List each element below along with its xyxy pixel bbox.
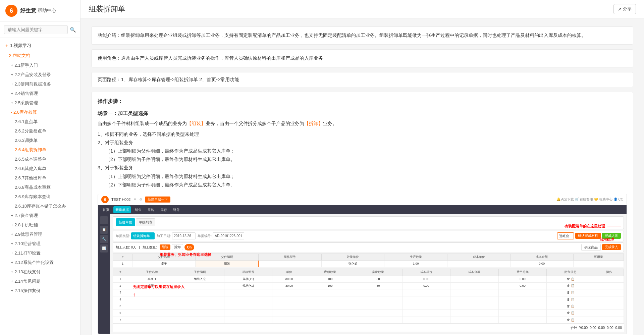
steps-title: 操作步骤： — [98, 97, 627, 106]
nav-tree: + 1.视频学习 - 2.帮助文档 + 2.1新手入门 + 2.2产品安装及登录… — [0, 38, 80, 335]
mock-nav-current: 新建单据 — [113, 206, 131, 213]
mock-nav-sales: 销售 — [133, 206, 144, 213]
mock-tab-new: 新建单据 — [116, 218, 135, 226]
steps-block: 操作步骤： 场景一：加工类型选择 当由多个子件材料组装成一个成品的业务为【组装】… — [91, 92, 633, 335]
content-area: 功能介绍：组装拆卸单用来处理企业组装或拆卸等加工业务，支持有固定装配清单的产品加… — [80, 18, 644, 335]
sidebar-item-24[interactable]: + 2.4销售管理 — [0, 89, 80, 98]
sidebar-item-video[interactable]: + 1.视频学习 — [0, 41, 80, 51]
sidebar-item-269[interactable]: 2.6.9库存账本查询 — [0, 192, 80, 202]
highlight-assemble: 【组装】 — [187, 121, 206, 126]
step3-sub1: （1）上部明细为父件明细，最终作为原材料生成其它出库单； — [106, 172, 627, 181]
mock-new-btn[interactable]: 新建单据一下 — [145, 197, 170, 203]
sidebar-item-27[interactable]: + 2.7资金管理 — [0, 211, 80, 220]
logo-icon: 6 — [5, 5, 17, 17]
page-title: 组装拆卸单 — [89, 4, 125, 14]
share-label: 分享 — [623, 6, 632, 12]
path-block: 页面路径：1、库存核算->库存管理->组装拆卸单 2、首页->常用功能 — [91, 72, 633, 88]
table-row: 3 — [113, 289, 624, 296]
mock-logo: 6 — [101, 196, 109, 203]
step-list: 1、根据不同的业务，选择不同单据的类型来处理 2、对于组装业务 （1）上部明细为… — [98, 130, 627, 189]
role-block: 使用角色：通常由生产人员或库管人员完成拆装业务的操作，库管人员确认原材料的出库和… — [91, 49, 633, 67]
sidebar-item-265[interactable]: 2.6.5成本调整单 — [0, 155, 80, 164]
mock-form-header: 新建单据 单据列表 — [113, 216, 624, 229]
table-row: 5 — [113, 303, 624, 310]
search-button[interactable]: 🔍 — [70, 27, 76, 33]
sidebar-item-212[interactable]: + 2.12系统个性化设置 — [0, 258, 80, 267]
logo-subtitle: 帮助中心 — [38, 8, 56, 14]
sidebar-item-261[interactable]: 2.6.1盘点单 — [0, 117, 80, 126]
sidebar-item-215[interactable]: + 2.15操作案例 — [0, 286, 80, 295]
mock-ui: 6 TEST-H002 ▼ ⚙ 新建单据一下 🔔 App下载 🛒 在线客服 🤝 … — [98, 194, 627, 334]
sidebar-item-label: 1.视频学习 — [10, 43, 31, 49]
mock-nav-inventory: 库存 — [158, 206, 169, 213]
sidebar-item-22[interactable]: + 2.2产品安装及登录 — [0, 70, 80, 79]
mock-field-date: 加工日期: 2019-12-26 — [157, 232, 196, 239]
lower-table: # 子件名称 子件编码 规格型号 单位 应领数量 实发数量 成本单价 — [113, 269, 624, 323]
mock-disassemble-btn[interactable]: 拆卸 — [172, 244, 183, 250]
table-row: 6 — [113, 310, 624, 317]
annotation-1: 有装配清单的在这里处理 — [565, 223, 621, 229]
step1: 1、根据不同的业务，选择不同单据的类型来处理 — [98, 130, 627, 138]
sidebar-item-29[interactable]: + 2.9优惠券管理 — [0, 230, 80, 239]
sidebar-item-214[interactable]: + 2.14常见问题 — [0, 277, 80, 286]
mock-enable-btn[interactable]: 完成录入 — [602, 244, 621, 250]
mock-footer: 合计 ¥0.00 0.00 0.00 0.00 0.00 — [113, 324, 624, 332]
sidebar-item-267[interactable]: 2.6.7其他出库单 — [0, 173, 80, 183]
mock-assemble-btn[interactable]: 组装 — [160, 244, 170, 250]
mock-icon-4: 📊 — [100, 244, 108, 253]
main-panel: 组装拆卸单 ↗ 分享 功能介绍：组装拆卸单用来处理企业组装或拆卸等加工业务，支持… — [80, 0, 644, 335]
intro-text: 功能介绍：组装拆卸单用来处理企业组装或拆卸等加工业务，支持有固定装配清单的产品加… — [98, 33, 586, 38]
share-button[interactable]: ↗ 分享 — [613, 4, 636, 14]
sidebar-item-262[interactable]: 2.6.2分量盘点单 — [0, 126, 80, 136]
lower-table-area: # 子件名称 子件编码 规格型号 单位 应领数量 实发数量 成本单价 — [113, 269, 624, 323]
sidebar-item-268[interactable]: 2.6.8商品成本重算 — [0, 183, 80, 192]
sidebar-item-2610[interactable]: 2.6.10库存账本错了怎么办 — [0, 202, 80, 211]
collapse-icon: - — [5, 53, 7, 58]
search-bar: 🔍 — [0, 22, 80, 38]
step2-sub1: （1）上部明细为父件明细，最终作为产成品生成其它入库单； — [106, 147, 627, 155]
topbar: 组装拆卸单 ↗ 分享 — [80, 0, 644, 18]
sidebar-item-23[interactable]: + 2.3使用前数据准备 — [0, 79, 80, 89]
sidebar-item-211[interactable]: + 2.11打印设置 — [0, 248, 80, 258]
sidebar-item-help-docs[interactable]: - 2.帮助文档 — [0, 51, 80, 61]
step2: 2、对于组装业务 — [98, 138, 627, 147]
mock-icon-1: ☰ — [100, 216, 108, 224]
screenshot-block: 6 TEST-H002 ▼ ⚙ 新建单据一下 🔔 App下载 🛒 在线客服 🤝 … — [98, 194, 627, 334]
sidebar-item-264[interactable]: 2.6.4组装拆卸单 — [0, 145, 80, 155]
search-input[interactable] — [4, 25, 68, 34]
mock-topbar: 6 TEST-H002 ▼ ⚙ 新建单据一下 🔔 App下载 🛒 在线客服 🤝 … — [98, 194, 627, 205]
sidebar-item-263[interactable]: 2.6.3调拨单 — [0, 136, 80, 145]
sidebar-item-25[interactable]: + 2.5采购管理 — [0, 98, 80, 108]
table-row: 7 — [113, 317, 624, 323]
logo-bar: 6 好生意 帮助中心 — [0, 0, 80, 22]
step2-sub2: （2）下部明细为子件明细，最终作为原材料生成其它出库单。 — [106, 155, 627, 164]
role-text: 使用角色：通常由生产人员或库管人员完成拆装业务的操作，库管人员确认原材料的出库和… — [98, 55, 323, 61]
highlight-disassemble: 【拆卸】 — [304, 121, 323, 126]
step3: 3、对于拆装业务 — [98, 164, 627, 172]
mock-sidebar-nav: ☰ 📋 🔧 📊 — [98, 214, 110, 334]
table-row: 2 桌面 2 规格(+1) 30.00 100 80 0.00 — [113, 283, 624, 289]
step3-sub2: （2）下部明细为子件明细，最终作为产成品生成其它入库单。 — [106, 181, 627, 189]
sidebar-item-210[interactable]: + 2.10经营管理 — [0, 239, 80, 248]
process-type-area: 组装 拆卸 On 组装业务、拆卸业务在这里选择 — [160, 244, 195, 250]
mock-nav-purchase: 采购 — [146, 206, 156, 213]
enable-area: 供应商品 完成录入 启用处理 — [581, 244, 621, 251]
sidebar: 6 好生意 帮助中心 🔍 + 1.视频学习 - 2.帮助文档 + 2.1新手入门… — [0, 0, 80, 335]
mock-icon-3: 🔧 — [100, 235, 108, 243]
sidebar-item-28[interactable]: + 2.8手机旺铺 — [0, 220, 80, 230]
mock-body: ☰ 📋 🔧 📊 新建单据 — [98, 214, 627, 334]
sidebar-item-26[interactable]: - 2.6库存核算 — [0, 108, 80, 117]
mock-icon-2: 📋 — [100, 226, 108, 234]
mock-nav-finance: 财务 — [171, 206, 182, 213]
mock-nav-home: 首页 — [101, 206, 111, 213]
mock-confirm-btn[interactable]: 确认完成材料 — [575, 233, 601, 239]
scenario1-title: 场景一：加工类型选择 — [98, 109, 627, 118]
annotation-3: 启用处理 — [599, 236, 614, 243]
toggle-on-indicator: On — [184, 244, 195, 250]
sidebar-item-213[interactable]: + 2.13在线支付 — [0, 267, 80, 277]
sidebar-item-21[interactable]: + 2.1新手入门 — [0, 61, 80, 70]
share-icon: ↗ — [618, 7, 622, 12]
mock-field-type: 单据类型: 组装拆卸单 — [116, 232, 155, 239]
mock-content-area: 新建单据 单据列表 单据类型: 组装拆卸单 — [110, 214, 627, 334]
sidebar-item-266[interactable]: 2.6.6其他入库单 — [0, 164, 80, 173]
